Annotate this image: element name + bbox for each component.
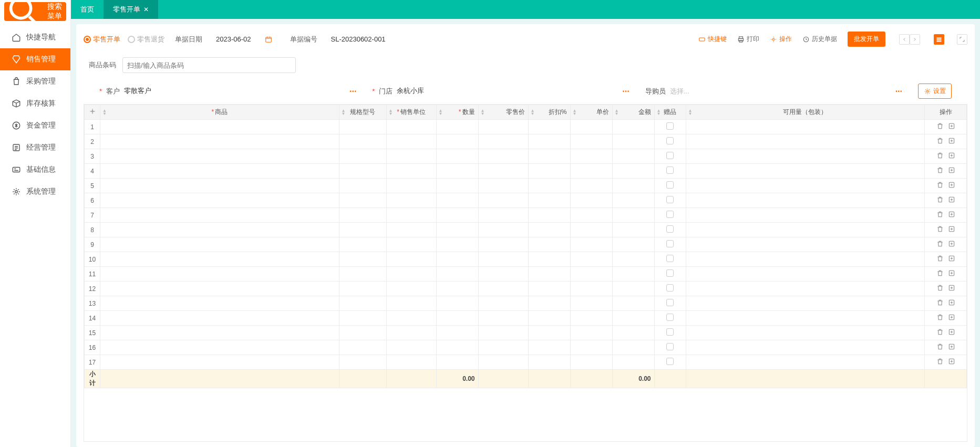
- layout-button[interactable]: [934, 34, 944, 45]
- add-row-icon[interactable]: [948, 167, 955, 174]
- settings-button[interactable]: 设置: [918, 84, 952, 99]
- cell-sale-unit[interactable]: [386, 208, 436, 223]
- cell-amount[interactable]: [612, 282, 654, 296]
- cell-product[interactable]: [100, 134, 339, 149]
- gift-checkbox[interactable]: [666, 240, 674, 247]
- trash-icon[interactable]: [936, 181, 944, 189]
- gift-checkbox[interactable]: [666, 137, 674, 144]
- add-row-icon[interactable]: [948, 225, 955, 233]
- cell-amount[interactable]: [612, 252, 654, 267]
- cell-available[interactable]: [686, 223, 925, 237]
- cell-amount[interactable]: [612, 267, 654, 282]
- add-row-icon[interactable]: [948, 299, 955, 306]
- cell-gift[interactable]: [654, 282, 686, 296]
- table-row[interactable]: 1: [85, 120, 967, 134]
- cell-unit-price[interactable]: [570, 193, 612, 208]
- cell-discount[interactable]: [528, 149, 570, 164]
- cell-product[interactable]: [100, 311, 339, 326]
- cell-spec[interactable]: [339, 223, 386, 237]
- cell-discount[interactable]: [528, 355, 570, 370]
- cell-amount[interactable]: [612, 179, 654, 193]
- cell-unit-price[interactable]: [570, 252, 612, 267]
- th-available[interactable]: ▲▼可用量（包装）: [686, 105, 925, 120]
- cell-retail-price[interactable]: [478, 311, 528, 326]
- cell-discount[interactable]: [528, 208, 570, 223]
- close-icon[interactable]: ✕: [143, 6, 149, 13]
- sidebar-item-business[interactable]: 经营管理: [0, 137, 70, 159]
- cell-available[interactable]: [686, 296, 925, 311]
- trash-icon[interactable]: [936, 240, 944, 247]
- cell-spec[interactable]: [339, 282, 386, 296]
- cell-gift[interactable]: [654, 193, 686, 208]
- trash-icon[interactable]: [936, 269, 944, 277]
- table-row[interactable]: 3: [85, 149, 967, 164]
- cell-sale-unit[interactable]: [386, 193, 436, 208]
- cell-gift[interactable]: [654, 149, 686, 164]
- cell-sale-unit[interactable]: [386, 296, 436, 311]
- batch-order-button[interactable]: 批发开单: [848, 32, 885, 47]
- cell-gift[interactable]: [654, 223, 686, 237]
- trash-icon[interactable]: [936, 255, 944, 262]
- cell-amount[interactable]: [612, 311, 654, 326]
- table-row[interactable]: 6: [85, 193, 967, 208]
- cell-available[interactable]: [686, 340, 925, 355]
- add-row-icon[interactable]: [948, 211, 955, 218]
- cell-unit-price[interactable]: [570, 120, 612, 134]
- cell-qty[interactable]: [436, 179, 478, 193]
- cell-amount[interactable]: [612, 296, 654, 311]
- cell-qty[interactable]: [436, 282, 478, 296]
- customer-input[interactable]: [123, 85, 346, 98]
- cell-amount[interactable]: [612, 149, 654, 164]
- trash-icon[interactable]: [936, 284, 944, 292]
- cell-amount[interactable]: [612, 326, 654, 340]
- cell-amount[interactable]: [612, 340, 654, 355]
- cell-discount[interactable]: [528, 164, 570, 179]
- tab-home[interactable]: 首页: [71, 0, 104, 19]
- tool-print[interactable]: 打印: [737, 35, 759, 44]
- trash-icon[interactable]: [936, 152, 944, 159]
- cell-retail-price[interactable]: [478, 252, 528, 267]
- prev-button[interactable]: [899, 34, 910, 45]
- cell-gift[interactable]: [654, 208, 686, 223]
- table-row[interactable]: 15: [85, 326, 967, 340]
- cell-gift[interactable]: [654, 134, 686, 149]
- cell-unit-price[interactable]: [570, 134, 612, 149]
- table-row[interactable]: 2: [85, 134, 967, 149]
- gift-checkbox[interactable]: [666, 255, 674, 262]
- sidebar-item-funds[interactable]: 资金管理: [0, 115, 70, 137]
- cell-unit-price[interactable]: [570, 311, 612, 326]
- cell-spec[interactable]: [339, 179, 386, 193]
- cell-product[interactable]: [100, 164, 339, 179]
- cell-spec[interactable]: [339, 208, 386, 223]
- guide-more-button[interactable]: ···: [895, 87, 902, 96]
- th-unit-price[interactable]: ▲▼单价: [570, 105, 612, 120]
- cell-available[interactable]: [686, 149, 925, 164]
- th-product[interactable]: ▲▼*商品: [100, 105, 339, 120]
- cell-gift[interactable]: [654, 237, 686, 252]
- cell-product[interactable]: [100, 282, 339, 296]
- radio-retail-order[interactable]: 零售开单: [84, 35, 120, 44]
- cell-retail-price[interactable]: [478, 193, 528, 208]
- cell-discount[interactable]: [528, 311, 570, 326]
- cell-available[interactable]: [686, 252, 925, 267]
- trash-icon[interactable]: [936, 137, 944, 144]
- cell-qty[interactable]: [436, 326, 478, 340]
- table-row[interactable]: 10: [85, 252, 967, 267]
- tab-retail-order[interactable]: 零售开单 ✕: [104, 0, 158, 19]
- cell-discount[interactable]: [528, 179, 570, 193]
- cell-spec[interactable]: [339, 326, 386, 340]
- cell-available[interactable]: [686, 326, 925, 340]
- expand-button[interactable]: [957, 34, 967, 45]
- sidebar-item-basic[interactable]: 基础信息: [0, 159, 70, 181]
- tool-shortcut[interactable]: 快捷键: [698, 35, 727, 44]
- cell-spec[interactable]: [339, 134, 386, 149]
- table-row[interactable]: 16: [85, 340, 967, 355]
- cell-unit-price[interactable]: [570, 340, 612, 355]
- add-row-icon[interactable]: [948, 269, 955, 277]
- add-row-icon[interactable]: [948, 152, 955, 159]
- trash-icon[interactable]: [936, 328, 944, 336]
- cell-available[interactable]: [686, 193, 925, 208]
- th-spec[interactable]: ▲▼规格型号: [339, 105, 386, 120]
- add-row-icon[interactable]: [948, 255, 955, 262]
- cell-qty[interactable]: [436, 120, 478, 134]
